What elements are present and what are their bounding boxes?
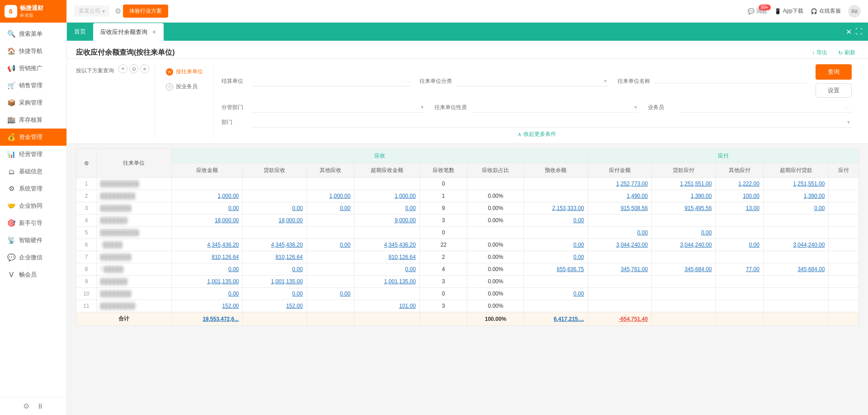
app-download-button[interactable]: 📱 App下载: [774, 7, 803, 15]
row-1-ar-loan[interactable]: [243, 178, 307, 190]
row-1-ar-amount[interactable]: [171, 178, 243, 190]
row-7-ap-loan[interactable]: [651, 251, 715, 263]
total-ar-other[interactable]: [307, 312, 354, 326]
row-8-ap-amount[interactable]: 345,761.00: [588, 263, 651, 276]
row-5-ar-amount[interactable]: [171, 227, 243, 239]
settings-footer-icon[interactable]: ⚙: [23, 402, 29, 410]
sidebar-item-system[interactable]: ⚙系统管理: [0, 180, 66, 197]
total-ap-loan[interactable]: [651, 312, 715, 326]
row-10-ap-extra[interactable]: [829, 288, 859, 300]
row-1-ap-overdue[interactable]: 1,251,551.00: [763, 178, 829, 190]
tab-query[interactable]: 应收应付余额查询 ✕: [93, 23, 164, 41]
row-6-ap-overdue[interactable]: 3,044,240.00: [763, 239, 829, 251]
row-6-ar-other[interactable]: 0.00: [307, 239, 354, 251]
row-7-ar-other[interactable]: [307, 251, 354, 263]
topbar-settings-icon[interactable]: ⚙: [115, 7, 121, 15]
scheme-by-staff[interactable]: ⏱ 按业务员: [160, 79, 208, 94]
row-8-ar-advance[interactable]: 655,636.75: [524, 263, 588, 276]
sidebar-item-basic[interactable]: 🗂基础信息: [0, 163, 66, 180]
row-4-ar-advance[interactable]: 0.00: [524, 215, 588, 227]
sidebar-item-sales[interactable]: 🛒销售管理: [0, 77, 66, 94]
collapse-footer-icon[interactable]: ⏸: [37, 402, 44, 410]
sidebar-item-search[interactable]: 🔍搜索菜单: [0, 25, 66, 43]
department-select[interactable]: ▾: [252, 117, 852, 128]
row-1-ap-other[interactable]: 1,222.00: [716, 178, 764, 190]
row-8-ap-extra[interactable]: [829, 263, 859, 276]
row-2-ap-amount[interactable]: 1,490.00: [588, 190, 651, 202]
row-7-ap-other[interactable]: [716, 251, 764, 263]
total-ar-amount[interactable]: 19,553,472,6...: [171, 312, 243, 326]
tab-close-icon[interactable]: ✕: [152, 29, 156, 35]
row-4-ap-other[interactable]: [716, 215, 764, 227]
total-ar-overdue[interactable]: [354, 312, 420, 326]
sidebar-item-quick[interactable]: 🏠快捷导航: [0, 43, 66, 60]
row-9-ar-amount[interactable]: 1,001,135.00: [171, 276, 243, 288]
filter-add-button[interactable]: +: [118, 64, 127, 73]
message-button[interactable]: 💬 消息 99+: [748, 7, 767, 15]
sidebar-item-vip[interactable]: Ⅴ畅会员: [0, 266, 66, 283]
promo-button[interactable]: 体验行业方案: [123, 5, 168, 18]
row-6-ar-amount[interactable]: 4,345,436.20: [171, 239, 243, 251]
row-6-ap-other[interactable]: 0.00: [716, 239, 764, 251]
row-6-ap-extra[interactable]: [829, 239, 859, 251]
row-3-ap-other[interactable]: 13.00: [716, 202, 764, 215]
row-5-ar-other[interactable]: [307, 227, 354, 239]
row-1-ap-loan[interactable]: 1,251,551.00: [651, 178, 715, 190]
row-10-ar-amount[interactable]: 0.00: [171, 288, 243, 300]
row-7-ap-amount[interactable]: [588, 251, 651, 263]
collapse-filter-button[interactable]: ∧ 收起更多条件: [222, 130, 852, 138]
user-avatar[interactable]: Rit: [848, 5, 861, 18]
row-4-ar-loan[interactable]: 18,000.00: [243, 215, 307, 227]
row-5-ar-advance[interactable]: [524, 227, 588, 239]
tab-close-all-button[interactable]: ✕: [846, 28, 852, 36]
total-ap-overdue[interactable]: [763, 312, 829, 326]
row-5-ap-overdue[interactable]: [763, 227, 829, 239]
row-1-ar-other[interactable]: [307, 178, 354, 190]
table-settings-header[interactable]: ⚙: [76, 149, 97, 178]
row-9-ap-other[interactable]: [716, 276, 764, 288]
export-button[interactable]: ↑ 导出: [808, 47, 831, 58]
total-ap-extra[interactable]: [829, 312, 859, 326]
row-2-ap-overdue[interactable]: 1,390.00: [763, 190, 829, 202]
row-10-ap-loan[interactable]: [651, 288, 715, 300]
row-11-ar-other[interactable]: [307, 300, 354, 312]
total-ar-advance[interactable]: 6,417,215....: [524, 312, 588, 326]
row-9-ar-loan[interactable]: 1,001,135.00: [243, 276, 307, 288]
row-3-ar-other[interactable]: 0.00: [307, 202, 354, 215]
row-8-ar-loan[interactable]: 0.00: [243, 263, 307, 276]
row-6-ap-amount[interactable]: 3,044,240.00: [588, 239, 651, 251]
row-5-ap-loan[interactable]: 0.00: [651, 227, 715, 239]
row-11-ap-loan[interactable]: [651, 300, 715, 312]
total-ap-amount[interactable]: -654,751.40: [588, 312, 651, 326]
row-10-ap-other[interactable]: [716, 288, 764, 300]
row-7-ar-amount[interactable]: 810,126.64: [171, 251, 243, 263]
row-5-ap-other[interactable]: [716, 227, 764, 239]
row-4-ap-overdue[interactable]: [763, 215, 829, 227]
sidebar-item-purchase[interactable]: 📦采购管理: [0, 94, 66, 111]
partner-type-select[interactable]: ▾: [456, 76, 609, 86]
row-4-ap-extra[interactable]: [829, 215, 859, 227]
row-2-ar-loan[interactable]: [243, 190, 307, 202]
row-10-ap-overdue[interactable]: [763, 288, 829, 300]
row-4-ar-amount[interactable]: 18,000.00: [171, 215, 243, 227]
settlement-unit-input[interactable]: ···: [252, 76, 410, 86]
sidebar-item-operation[interactable]: 📊经营管理: [0, 146, 66, 163]
row-3-ar-amount[interactable]: 0.00: [171, 202, 243, 215]
sidebar-item-marketing[interactable]: 📢营销推广: [0, 60, 66, 77]
row-3-ar-advance[interactable]: 2,153,333.00: [524, 202, 588, 215]
row-5-ap-amount[interactable]: 0.00: [588, 227, 651, 239]
salesman-input[interactable]: ···: [679, 102, 852, 113]
filter-collapse-button[interactable]: «: [140, 64, 149, 73]
row-9-ap-amount[interactable]: [588, 276, 651, 288]
row-9-ar-advance[interactable]: [524, 276, 588, 288]
sidebar-item-corp[interactable]: 🤝企业协同: [0, 197, 66, 215]
row-3-ap-overdue[interactable]: 0.00: [763, 202, 829, 215]
row-10-ap-amount[interactable]: [588, 288, 651, 300]
row-5-ar-loan[interactable]: [243, 227, 307, 239]
row-7-ap-extra[interactable]: [829, 251, 859, 263]
row-5-ar-overdue[interactable]: [354, 227, 420, 239]
row-5-ap-extra[interactable]: [829, 227, 859, 239]
row-9-ar-other[interactable]: [307, 276, 354, 288]
row-8-ar-other[interactable]: [307, 263, 354, 276]
row-9-ar-overdue[interactable]: 1,001,135.00: [354, 276, 420, 288]
